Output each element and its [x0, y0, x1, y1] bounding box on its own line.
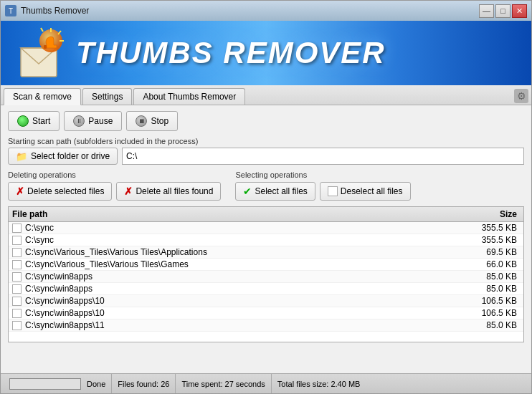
close-button[interactable]: ✕ [512, 4, 527, 18]
table-row[interactable]: C:\sync\win8apps\11 85.0 KB [9, 319, 523, 332]
file-size-cell: 106.5 KB [462, 296, 520, 306]
selecting-ops-label: Selecting operations [235, 170, 410, 179]
table-row[interactable]: C:\sync\win8apps 85.0 KB [9, 283, 523, 295]
total-size-segment: Total files size: 2.40 MB [272, 374, 528, 393]
select-folder-button[interactable]: 📁 Select folder or drive [8, 148, 118, 165]
stop-icon: ⏹ [136, 115, 147, 127]
file-checkbox[interactable] [12, 284, 22, 294]
select-all-button[interactable]: ✔ Select all files [235, 182, 315, 201]
file-checkbox[interactable] [12, 309, 22, 318]
selecting-ops-buttons: ✔ Select all files Deselect all files [235, 182, 410, 201]
empty-checkbox-icon [328, 186, 338, 196]
file-path-cell: C:\sync [25, 223, 462, 233]
start-button[interactable]: Start [8, 111, 60, 131]
table-row[interactable]: C:\sync\Various_Tiles\Various Tiles\Game… [9, 259, 523, 271]
file-list-header: File path Size [9, 207, 523, 222]
files-found-text: Files found: 26 [118, 380, 169, 388]
main-content: Start ⏸ Pause ⏹ Stop Starting scan path … [1, 105, 531, 373]
delete-selected-button[interactable]: ✗ Delete selected files [8, 182, 112, 201]
tab-right-area: ⚙ [247, 89, 528, 105]
deleting-operations-group: Deleting operations ✗ Delete selected fi… [8, 170, 221, 201]
minimize-button[interactable]: — [479, 4, 494, 18]
table-row[interactable]: C:\sync\win8apps\10 106.5 KB [9, 307, 523, 319]
app-icon: T [5, 5, 16, 16]
pause-icon: ⏸ [73, 115, 85, 127]
logo-svg [15, 27, 65, 84]
check-icon: ✔ [243, 186, 252, 197]
status-bar: Done Files found: 26 Time spent: 27 seco… [1, 373, 531, 393]
app-logo [15, 27, 65, 80]
file-list-body[interactable]: C:\sync 355.5 KB C:\sync 355.5 KB C:\syn… [9, 222, 523, 342]
file-checkbox[interactable] [12, 260, 22, 269]
pause-button[interactable]: ⏸ Pause [64, 111, 122, 131]
file-path-cell: C:\sync\Various_Tiles\Various Tiles\Game… [25, 259, 462, 269]
file-size-cell: 85.0 KB [462, 320, 520, 330]
files-found-segment: Files found: 26 [112, 374, 176, 393]
file-checkbox[interactable] [12, 272, 22, 282]
window-controls: — □ ✕ [479, 4, 527, 18]
scan-path-section: Starting scan path (subfolders included … [8, 137, 524, 165]
x-icon-1: ✗ [16, 186, 24, 197]
tab-settings[interactable]: Settings [82, 88, 132, 105]
title-bar: T Thumbs Remover — □ ✕ [1, 1, 531, 21]
svg-rect-7 [44, 45, 47, 49]
file-size-cell: 355.5 KB [462, 223, 520, 233]
deselect-all-button[interactable]: Deselect all files [320, 182, 411, 201]
x-icon-2: ✗ [124, 186, 133, 197]
start-icon [17, 115, 29, 127]
settings-gear-icon[interactable]: ⚙ [514, 89, 528, 103]
table-row[interactable]: C:\sync\win8apps 85.0 KB [9, 271, 523, 283]
deleting-ops-label: Deleting operations [8, 170, 221, 179]
total-size-text: Total files size: 2.40 MB [277, 380, 361, 388]
file-path-cell: C:\sync [25, 235, 462, 245]
file-path-cell: C:\sync\win8apps\10 [25, 296, 462, 306]
file-size-cell: 85.0 KB [462, 284, 520, 294]
done-label: Done [87, 380, 105, 388]
table-row[interactable]: C:\sync 355.5 KB [9, 234, 523, 246]
file-checkbox[interactable] [12, 236, 22, 245]
time-spent-segment: Time spent: 27 seconds [176, 374, 271, 393]
table-row[interactable]: C:\sync\win8apps\10 106.5 KB [9, 295, 523, 307]
table-row[interactable]: C:\sync\Various_Tiles\Various Tiles\Appl… [9, 246, 523, 259]
scan-path-row: 📁 Select folder or drive [8, 148, 524, 165]
header-banner: THUMBS REMOVER [1, 21, 531, 85]
tab-scan-remove[interactable]: Scan & remove [4, 88, 81, 105]
file-size-cell: 69.5 KB [462, 247, 520, 257]
deleting-ops-buttons: ✗ Delete selected files ✗ Delete all fil… [8, 182, 221, 201]
col-size-header: Size [462, 209, 520, 219]
file-list-container: File path Size C:\sync 355.5 KB C:\sync … [8, 206, 524, 342]
file-path-cell: C:\sync\Various_Tiles\Various Tiles\Appl… [25, 247, 462, 257]
file-path-cell: C:\sync\win8apps [25, 272, 462, 282]
status-progress-segment: Done [4, 374, 112, 393]
operations-row: Deleting operations ✗ Delete selected fi… [8, 170, 524, 201]
main-window: T Thumbs Remover — □ ✕ [0, 0, 532, 394]
scan-path-label: Starting scan path (subfolders included … [8, 137, 524, 145]
file-size-cell: 66.0 KB [462, 259, 520, 269]
file-size-cell: 355.5 KB [462, 235, 520, 245]
file-path-cell: C:\sync\win8apps\11 [25, 320, 462, 330]
maximize-button[interactable]: □ [495, 4, 510, 18]
tab-about[interactable]: About Thumbs Remover [133, 88, 245, 105]
file-checkbox[interactable] [12, 297, 22, 306]
delete-all-button[interactable]: ✗ Delete all files found [116, 182, 221, 201]
file-checkbox[interactable] [12, 224, 22, 233]
file-size-cell: 106.5 KB [462, 308, 520, 318]
toolbar: Start ⏸ Pause ⏹ Stop [8, 111, 524, 131]
selecting-operations-group: Selecting operations ✔ Select all files … [235, 170, 410, 201]
app-title: THUMBS REMOVER [76, 36, 386, 70]
stop-button[interactable]: ⏹ Stop [126, 111, 178, 131]
file-path-cell: C:\sync\win8apps\10 [25, 308, 462, 318]
file-checkbox[interactable] [12, 248, 22, 257]
window-title: Thumbs Remover [21, 6, 479, 16]
file-checkbox[interactable] [12, 321, 22, 330]
progress-bar [9, 378, 81, 390]
svg-line-6 [41, 28, 43, 32]
col-path-header: File path [12, 209, 462, 219]
file-path-cell: C:\sync\win8apps [25, 284, 462, 294]
table-row[interactable]: C:\sync 355.5 KB [9, 222, 523, 234]
time-spent-text: Time spent: 27 seconds [181, 380, 265, 388]
path-input[interactable] [122, 148, 524, 165]
folder-icon: 📁 [16, 151, 27, 162]
tabs-bar: Scan & remove Settings About Thumbs Remo… [1, 85, 531, 105]
file-size-cell: 85.0 KB [462, 272, 520, 282]
